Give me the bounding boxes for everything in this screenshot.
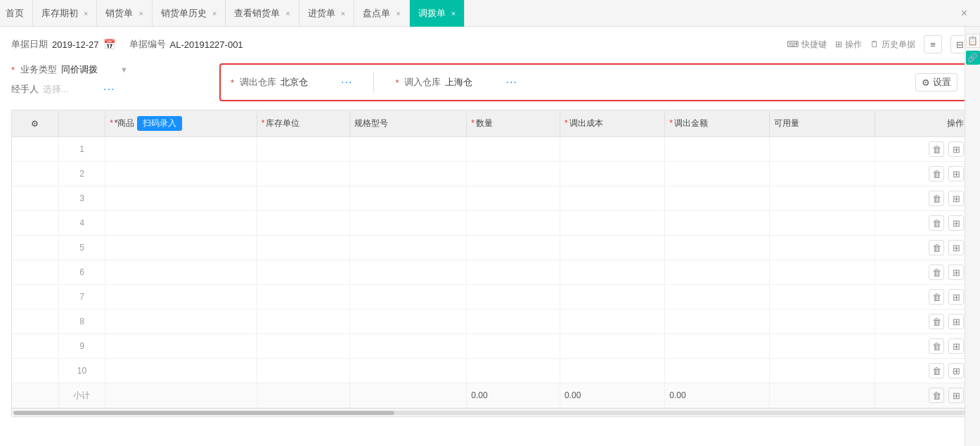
amount-cell[interactable] (665, 359, 770, 383)
delete-icon[interactable]: 🗑 (929, 338, 944, 354)
qty-cell[interactable] (467, 236, 560, 260)
in-warehouse-more-button[interactable]: ··· (505, 76, 517, 89)
spec-cell[interactable] (350, 211, 467, 236)
product-cell[interactable] (105, 359, 257, 383)
handler-more-button[interactable]: ··· (103, 83, 115, 96)
cost-cell[interactable] (560, 211, 664, 236)
delete-icon[interactable]: 🗑 (929, 240, 944, 255)
unit-cell[interactable] (257, 162, 350, 186)
close-icon[interactable]: × (138, 9, 143, 18)
history-button[interactable]: 🗒 历史单据 (870, 39, 915, 51)
close-icon[interactable]: × (341, 9, 345, 18)
amount-cell[interactable] (665, 186, 770, 211)
out-warehouse-value[interactable]: 北京仓 (281, 76, 337, 89)
tab-transfer[interactable]: 调拨单 × (410, 0, 465, 27)
unit-cell[interactable] (257, 285, 350, 310)
spec-cell[interactable] (350, 236, 467, 260)
delete-icon[interactable]: 🗑 (929, 191, 944, 206)
copy-icon[interactable]: ⊞ (948, 240, 964, 255)
window-close-button[interactable]: × (954, 7, 974, 20)
sidebar-link-icon[interactable]: 🔗 (966, 51, 980, 65)
handler-placeholder[interactable]: 选择... (43, 83, 99, 96)
unit-cell[interactable] (257, 236, 350, 260)
horizontal-scrollbar[interactable] (12, 408, 968, 416)
cost-cell[interactable] (560, 285, 664, 310)
close-icon[interactable]: × (451, 9, 456, 18)
copy-icon[interactable]: ⊞ (948, 265, 964, 280)
cost-cell[interactable] (560, 334, 664, 359)
cost-cell[interactable] (560, 162, 664, 186)
delete-icon[interactable]: 🗑 (929, 289, 944, 305)
qty-cell[interactable] (467, 285, 560, 310)
spec-cell[interactable] (350, 310, 467, 334)
product-cell[interactable] (105, 162, 257, 186)
tab-view-sales[interactable]: 查看销货单 × (226, 0, 299, 27)
copy-icon[interactable]: ⊞ (948, 166, 964, 181)
qty-cell[interactable] (467, 260, 560, 285)
cost-cell[interactable] (560, 260, 664, 285)
unit-cell[interactable] (257, 310, 350, 334)
calendar-icon[interactable]: 📅 (103, 39, 115, 50)
amount-cell[interactable] (665, 162, 770, 186)
out-warehouse-more-button[interactable]: ··· (341, 76, 352, 89)
actions-button[interactable]: ⊞ 操作 (835, 39, 862, 51)
amount-cell[interactable] (665, 236, 770, 260)
close-icon[interactable]: × (285, 9, 290, 18)
tab-home[interactable]: 首页 (6, 0, 33, 27)
scrollbar-track[interactable] (13, 411, 967, 415)
delete-icon[interactable]: 🗑 (929, 363, 944, 378)
biz-type-select[interactable]: 同价调拨 ▼ (61, 63, 128, 76)
copy-icon[interactable]: ⊞ (948, 314, 964, 329)
product-cell[interactable] (105, 334, 257, 359)
amount-cell[interactable] (665, 285, 770, 310)
product-cell[interactable] (105, 310, 257, 334)
cost-cell[interactable] (560, 359, 664, 383)
scan-button[interactable]: 扫码录入 (137, 116, 182, 131)
delete-icon[interactable]: 🗑 (929, 166, 944, 181)
tab-sales-history[interactable]: 销货单历史 × (153, 0, 226, 27)
unit-cell[interactable] (257, 186, 350, 211)
delete-icon[interactable]: 🗑 (929, 215, 944, 231)
cost-cell[interactable] (560, 186, 664, 211)
amount-cell[interactable] (665, 334, 770, 359)
delete-icon[interactable]: 🗑 (929, 141, 944, 157)
shortcuts-button[interactable]: ⌨ 快捷键 (787, 39, 827, 51)
spec-cell[interactable] (350, 162, 467, 186)
product-cell[interactable] (105, 236, 257, 260)
close-icon[interactable]: × (396, 9, 400, 18)
in-warehouse-value[interactable]: 上海仓 (445, 76, 501, 89)
spec-cell[interactable] (350, 334, 467, 359)
unit-cell[interactable] (257, 260, 350, 285)
product-cell[interactable] (105, 186, 257, 211)
product-cell[interactable] (105, 137, 257, 162)
spec-cell[interactable] (350, 137, 467, 162)
delete-icon[interactable]: 🗑 (929, 265, 944, 280)
qty-cell[interactable] (467, 310, 560, 334)
tab-sales-order[interactable]: 销货单 × (97, 0, 152, 27)
copy-icon[interactable]: ⊞ (948, 191, 964, 206)
delete-icon[interactable]: 🗑 (929, 314, 944, 329)
product-cell[interactable] (105, 285, 257, 310)
copy-icon[interactable]: ⊞ (948, 289, 964, 305)
amount-cell[interactable] (665, 211, 770, 236)
cost-cell[interactable] (560, 137, 664, 162)
spec-cell[interactable] (350, 359, 467, 383)
copy-icon[interactable]: ⊞ (948, 363, 964, 378)
unit-cell[interactable] (257, 211, 350, 236)
product-cell[interactable] (105, 260, 257, 285)
settings-button[interactable]: ⚙ 设置 (915, 73, 958, 91)
date-value[interactable]: 2019-12-27 (52, 39, 99, 50)
close-icon[interactable]: × (84, 9, 88, 18)
table-scroll[interactable]: ⚙ **商品 扫码录入 *库存单位 规格型号 *数量 *调出成本 *调出金额 可… (12, 110, 968, 408)
qty-cell[interactable] (467, 162, 560, 186)
col-gear[interactable]: ⚙ (12, 110, 58, 137)
list-view-button[interactable]: ≡ (924, 35, 942, 53)
spec-cell[interactable] (350, 285, 467, 310)
product-cell[interactable] (105, 211, 257, 236)
tab-purchase[interactable]: 进货单 × (299, 0, 354, 27)
copy-icon[interactable]: ⊞ (948, 338, 964, 354)
amount-cell[interactable] (665, 310, 770, 334)
qty-cell[interactable] (467, 137, 560, 162)
sidebar-doc-icon[interactable]: 📋 (966, 34, 980, 48)
tab-inventory-initial[interactable]: 库存期初 × (33, 0, 97, 27)
